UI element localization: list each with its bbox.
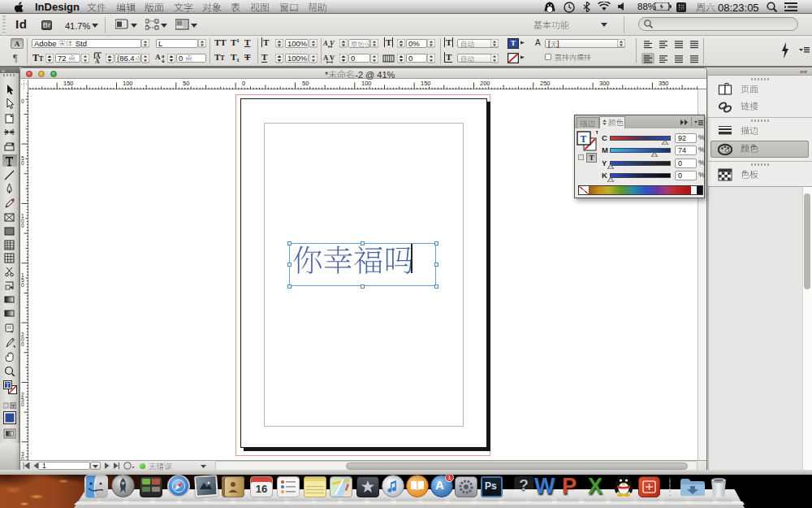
svg-text:a: a bbox=[162, 53, 165, 59]
svg-text:A: A bbox=[323, 54, 329, 62]
svg-text:T: T bbox=[6, 382, 10, 389]
svg-text:A: A bbox=[95, 58, 100, 63]
svg-text:V: V bbox=[330, 54, 335, 62]
svg-text:V: V bbox=[330, 39, 335, 47]
svg-text:T: T bbox=[581, 133, 587, 145]
svg-text:T: T bbox=[12, 403, 15, 408]
svg-text:A: A bbox=[155, 53, 161, 61]
svg-text:A: A bbox=[323, 39, 328, 47]
